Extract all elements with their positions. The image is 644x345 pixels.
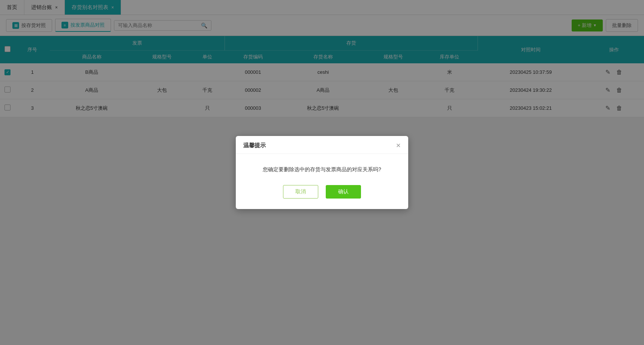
dialog-overlay: 温馨提示 ✕ 您确定要删除选中的存货与发票商品的对应关系吗? 取消 确认 [0, 0, 644, 117]
